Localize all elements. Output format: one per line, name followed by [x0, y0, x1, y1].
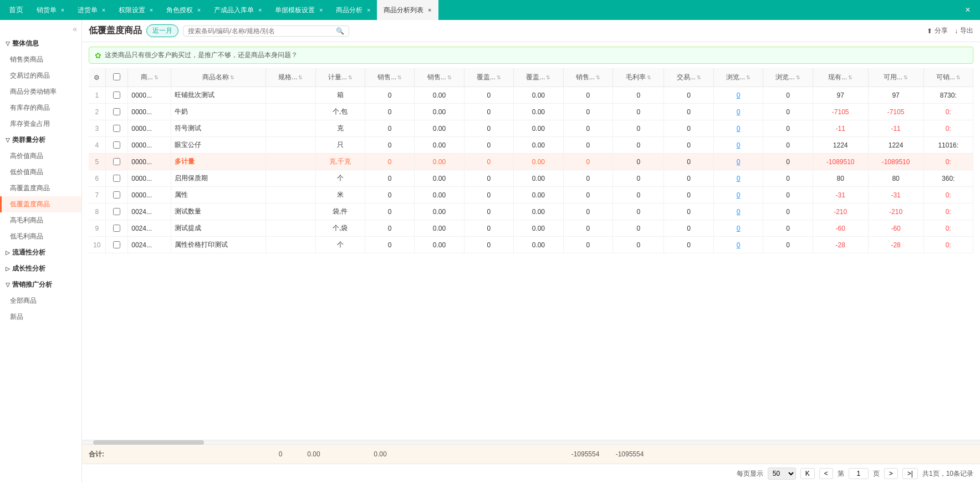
cell-checkbox[interactable]	[105, 87, 128, 104]
sidebar-section-growth[interactable]: ▷ 成长性分析	[0, 261, 81, 277]
th-name[interactable]: 商品名称⇅	[171, 68, 266, 87]
scrollbar-thumb[interactable]	[93, 440, 204, 445]
th-saleable[interactable]: 可销...⇅	[923, 68, 973, 87]
export-button[interactable]: ↓ 导出	[955, 26, 973, 35]
nav-tab-analysis[interactable]: 商品分析 ×	[329, 0, 377, 20]
nav-tab-roles[interactable]: 角色授权 ×	[160, 0, 207, 20]
nav-tab-sales-close[interactable]: ×	[61, 7, 64, 13]
nav-tab-home[interactable]: 首页	[2, 0, 30, 20]
sidebar-section-circulation[interactable]: ▷ 流通性分析	[0, 245, 81, 261]
first-page-button[interactable]: K	[800, 468, 815, 479]
sidebar-item-sales-goods[interactable]: 销售类商品	[0, 52, 81, 68]
cell-code: 0000...	[128, 137, 171, 154]
cell-checkbox[interactable]	[105, 220, 128, 237]
next-page-button[interactable]: >	[884, 468, 898, 479]
search-input[interactable]	[188, 27, 334, 35]
cell-browse1[interactable]: 0	[713, 187, 763, 204]
filter-period-button[interactable]: 近一月	[146, 24, 178, 37]
cell-code: 0000...	[128, 187, 171, 204]
sidebar-item-low-coverage[interactable]: 低覆盖度商品	[0, 196, 81, 212]
th-spec[interactable]: 规格...⇅	[266, 68, 315, 87]
page-size-select[interactable]: 50 100 200	[768, 467, 796, 480]
search-icon[interactable]: 🔍	[336, 27, 344, 35]
th-trade[interactable]: 交易...⇅	[664, 68, 713, 87]
cell-available: -60	[868, 220, 923, 237]
sidebar-item-low-value[interactable]: 低价值商品	[0, 164, 81, 180]
select-all-checkbox[interactable]	[113, 73, 120, 80]
settings-icon[interactable]: ⚙	[94, 74, 100, 82]
cell-checkbox[interactable]	[105, 154, 128, 170]
sidebar-item-all-goods[interactable]: 全部商品	[0, 293, 81, 309]
sidebar-item-new-goods[interactable]: 新品	[0, 309, 81, 325]
table-body: 1 0000... 旺铺批次测试 箱 0 0.00 0 0.00 0 0 0 0…	[89, 87, 973, 253]
cell-checkbox[interactable]	[105, 187, 128, 204]
nav-tab-template[interactable]: 单据模板设置 ×	[268, 0, 329, 20]
last-page-button[interactable]: >|	[902, 468, 918, 479]
sidebar-item-capital[interactable]: 库存资金占用	[0, 116, 81, 132]
cell-browse1[interactable]: 0	[713, 87, 763, 104]
nav-tab-inventory[interactable]: 产成品入库单 ×	[207, 0, 268, 20]
cell-browse1[interactable]: 0	[713, 220, 763, 237]
cell-name: 启用保质期	[171, 170, 266, 187]
window-close-button[interactable]: ×	[958, 0, 978, 20]
th-code[interactable]: 商...⇅	[128, 68, 171, 87]
nav-tab-analysis-list[interactable]: 商品分析列表 ×	[377, 0, 438, 20]
nav-tab-analysis-list-close[interactable]: ×	[428, 7, 431, 13]
th-cover1[interactable]: 覆盖...⇅	[464, 68, 513, 87]
th-settings[interactable]: ⚙	[89, 68, 105, 87]
sidebar-item-low-margin[interactable]: 低毛利商品	[0, 228, 81, 245]
horizontal-scrollbar[interactable]	[82, 440, 980, 444]
nav-tab-permissions-close[interactable]: ×	[150, 7, 153, 13]
sidebar-item-high-coverage[interactable]: 高覆盖度商品	[0, 180, 81, 196]
cell-checkbox[interactable]	[105, 204, 128, 220]
cell-checkbox[interactable]	[105, 137, 128, 154]
nav-tab-analysis-close[interactable]: ×	[367, 7, 370, 13]
cell-checkbox[interactable]	[105, 104, 128, 120]
sidebar-item-high-value[interactable]: 高价值商品	[0, 148, 81, 164]
sidebar-collapse-button[interactable]: «	[0, 22, 81, 35]
th-unit[interactable]: 计量...⇅	[315, 68, 365, 87]
sidebar-section-cluster[interactable]: ▽ 类群量分析	[0, 132, 81, 148]
sidebar-item-traded-goods[interactable]: 交易过的商品	[0, 68, 81, 84]
prev-page-button[interactable]: <	[819, 468, 833, 479]
content-area: 低覆盖度商品 近一月 🔍 ⬆ 分享 ↓ 导出 ✿ 这类商品只有很少客户购买过，是…	[82, 20, 980, 483]
nav-tab-template-close[interactable]: ×	[319, 7, 323, 13]
cell-browse1[interactable]: 0	[713, 137, 763, 154]
th-sales-amt[interactable]: 销售...⇅	[415, 68, 464, 87]
sidebar-item-in-stock[interactable]: 有库存的商品	[0, 100, 81, 116]
cell-checkbox[interactable]	[105, 170, 128, 187]
page-number-input[interactable]	[849, 468, 869, 479]
nav-tab-purchase-close[interactable]: ×	[102, 7, 105, 13]
cell-browse1[interactable]: 0	[713, 154, 763, 170]
sidebar-item-category-turnover[interactable]: 商品分类动销率	[0, 84, 81, 100]
nav-tab-sales[interactable]: 销货单 ×	[30, 0, 71, 20]
export-icon: ↓	[955, 27, 958, 35]
cell-checkbox[interactable]	[105, 120, 128, 137]
th-sales-qty[interactable]: 销售...⇅	[365, 68, 414, 87]
nav-tab-inventory-close[interactable]: ×	[258, 7, 262, 13]
sidebar-section-overall[interactable]: ▽ 整体信息	[0, 35, 81, 52]
th-checkbox[interactable]	[105, 68, 128, 87]
cell-browse1[interactable]: 0	[713, 120, 763, 137]
th-gross-rate[interactable]: 毛利率⇅	[612, 68, 664, 87]
nav-tab-permissions[interactable]: 权限设置 ×	[112, 0, 160, 20]
th-current[interactable]: 现有...⇅	[813, 68, 868, 87]
nav-tab-roles-close[interactable]: ×	[197, 7, 201, 13]
cell-name: 牛奶	[171, 104, 266, 120]
nav-tab-purchase[interactable]: 进货单 ×	[71, 0, 112, 20]
th-browse2[interactable]: 浏览...⇅	[763, 68, 813, 87]
cell-available: -1089510	[868, 154, 923, 170]
sidebar-item-high-margin[interactable]: 高毛利商品	[0, 212, 81, 228]
cell-browse1[interactable]: 0	[713, 237, 763, 253]
th-browse1[interactable]: 浏览...⇅	[713, 68, 763, 87]
cell-browse1[interactable]: 0	[713, 204, 763, 220]
th-cover2[interactable]: 覆盖...⇅	[514, 68, 563, 87]
cell-current: -31	[813, 187, 868, 204]
cell-browse1[interactable]: 0	[713, 170, 763, 187]
cell-browse1[interactable]: 0	[713, 104, 763, 120]
sidebar-section-marketing[interactable]: ▽ 营销推广分析	[0, 277, 81, 293]
cell-checkbox[interactable]	[105, 237, 128, 253]
th-available[interactable]: 可用...⇅	[868, 68, 923, 87]
share-button[interactable]: ⬆ 分享	[927, 26, 948, 35]
th-sales3[interactable]: 销售...⇅	[563, 68, 612, 87]
